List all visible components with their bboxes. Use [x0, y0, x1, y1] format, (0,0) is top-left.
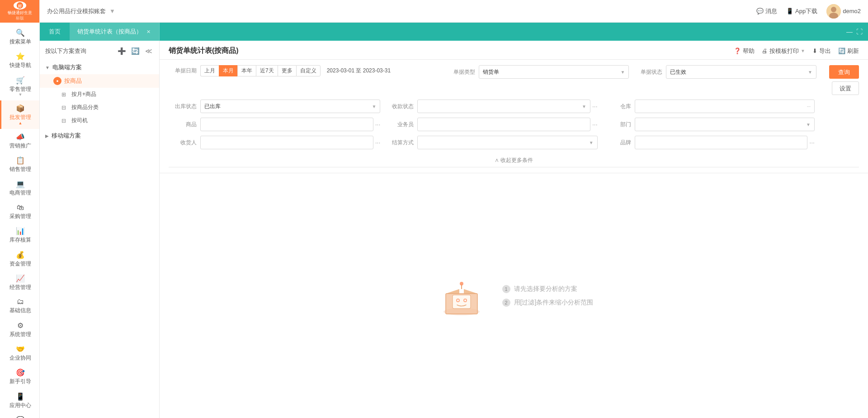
sidebar-item-newbie[interactable]: 🎯 新手引导	[0, 365, 39, 388]
paymentstatus-arrow-icon: ▼	[582, 104, 586, 109]
sidebar-item-inventory[interactable]: 📊 库存核算	[0, 223, 39, 247]
collapse-panel-button[interactable]: ≪	[144, 46, 154, 56]
date-range-value: 2023-03-01 至 2023-03-31	[327, 67, 391, 75]
scheme-group-mobile-header[interactable]: ▶ 移动端方案	[40, 129, 159, 142]
retail-arrow-icon: ▼	[19, 92, 23, 97]
dropdown-arrow-icon[interactable]: ▼	[109, 8, 115, 14]
warehouse-select[interactable]: ···	[635, 100, 815, 113]
sidebar-item-wholesale-label: 批发管理	[9, 114, 31, 120]
sidebar-item-retail-label: 零售管理	[9, 86, 31, 92]
sales-icon: 📋	[16, 156, 25, 165]
export-icon: ⬇	[812, 48, 817, 54]
add-scheme-button[interactable]: ➕	[117, 46, 127, 56]
tab-actions: — ⛶	[841, 23, 868, 41]
filter-row-2: 出库状态 已出库 ▼ 收款状态 ▼ ···	[169, 100, 859, 113]
docstatus-select[interactable]: 已生效 ▼	[666, 65, 816, 79]
help-button[interactable]: ❓ 帮助	[734, 47, 755, 55]
setting-button[interactable]: 设置	[832, 81, 859, 95]
goods-select[interactable]	[200, 118, 373, 131]
date-tab-7days[interactable]: 近7天	[256, 65, 278, 76]
empty-tip-1: 1 请先选择要分析的方案	[502, 285, 594, 293]
scheme-subitem-month-goods[interactable]: ⊞ 按月+商品	[40, 88, 159, 101]
template-print-button[interactable]: 🖨 按模板打印 ▼	[762, 47, 805, 55]
date-tab-this-year[interactable]: 本年	[237, 65, 256, 76]
sidebar-item-operations-label: 经营管理	[9, 284, 31, 290]
sidebar-item-collab-label: 企业协同	[9, 355, 31, 361]
sidebar-item-collab[interactable]: 🤝 企业协同	[0, 341, 39, 365]
empty-state: 1 请先选择要分析的方案 2 用[过滤]条件来缩小分析范围	[160, 173, 868, 418]
scheme-subitem-driver[interactable]: ⊟ 按司机	[40, 114, 159, 127]
left-panel-title: 按以下方案查询	[45, 47, 113, 55]
scheme-item-by-goods-label: 按商品	[64, 77, 82, 85]
tab-home[interactable]: 首页	[40, 23, 70, 41]
settlement-label: 结算方式	[386, 139, 417, 147]
template-print-icon: 🖨	[762, 48, 768, 54]
sidebar-item-retail[interactable]: 🛒 零售管理 ▼	[0, 72, 39, 100]
sidebar-item-quicknav[interactable]: ⭐ 快捷导航	[0, 48, 39, 72]
sidebar-item-weixin[interactable]: 💬 企业微信	[0, 412, 39, 418]
tab-minimize-icon[interactable]: —	[846, 28, 853, 35]
sidebar-item-system[interactable]: ⚙ 系统管理	[0, 318, 39, 341]
goods-dots: ···	[375, 121, 381, 128]
sidebar-item-newbie-label: 新手引导	[9, 378, 31, 385]
sidebar-item-purchase[interactable]: 🛍 采购管理	[0, 200, 39, 223]
sidebar-item-operations[interactable]: 📈 经营管理	[0, 271, 39, 294]
salesperson-select[interactable]	[417, 118, 590, 131]
filter-outstatus-field: 出库状态 已出库 ▼	[169, 100, 380, 113]
app-download-button[interactable]: 📱 App下载	[786, 7, 817, 15]
settlement-select[interactable]: ▼	[417, 136, 597, 149]
tab-close-icon[interactable]: ✕	[145, 28, 152, 35]
salesperson-dots: ···	[592, 121, 598, 128]
query-button[interactable]: 查询	[829, 65, 859, 79]
basics-icon: 🗂	[17, 298, 24, 306]
scheme-item-by-goods[interactable]: ● 按商品	[40, 74, 159, 88]
date-tab-more[interactable]: 更多	[278, 65, 296, 76]
tab-sales-report[interactable]: 销货单统计表（按商品） ✕	[70, 23, 160, 41]
scheme-subitem-goods-category[interactable]: ⊟ 按商品分类	[40, 101, 159, 114]
doctype-select[interactable]: 销货单 ▼	[479, 65, 629, 79]
brand-select[interactable]	[635, 136, 808, 149]
date-tab-this-month[interactable]: 本月	[219, 65, 237, 76]
brand-dots: ···	[809, 139, 815, 146]
scheme-group-mobile: ▶ 移动端方案	[40, 129, 159, 142]
paymentstatus-select[interactable]: ▼	[417, 100, 590, 113]
receiver-select[interactable]	[200, 136, 373, 149]
sidebar-item-appstore[interactable]: 📱 应用中心	[0, 389, 39, 412]
dept-select[interactable]: ▼	[635, 118, 815, 131]
quicknav-icon: ⭐	[16, 52, 25, 61]
empty-tip-2: 2 用[过滤]条件来缩小分析范围	[502, 299, 594, 307]
scheme-icon-text: ●	[56, 79, 58, 83]
month-goods-icon: ⊞	[61, 91, 69, 98]
user-area[interactable]: demo2	[826, 4, 861, 19]
goods-label: 商品	[169, 121, 200, 128]
sidebar-item-ecommerce[interactable]: 💻 电商管理	[0, 176, 39, 200]
left-panel-header: 按以下方案查询 ➕ 🔄 ≪	[40, 46, 159, 61]
ecommerce-icon: 💻	[16, 180, 25, 188]
filter-area: 单据日期 上月 本月 本年 近7天 更多 自定义 2023-03-01 至 20…	[160, 60, 868, 173]
docstatus-arrow-icon: ▼	[808, 70, 812, 75]
export-button[interactable]: ⬇ 导出	[812, 47, 831, 55]
empty-tips: 1 请先选择要分析的方案 2 用[过滤]条件来缩小分析范围	[502, 285, 594, 307]
tab-maximize-icon[interactable]: ⛶	[856, 28, 863, 35]
doctype-value: 销货单	[483, 68, 499, 76]
collapse-bar[interactable]: ∧ 收起更多条件	[169, 154, 859, 167]
main-area: 办公用品行业模拟账套 ▼ 💬 消息 📱 App下载 demo2 首页	[40, 0, 868, 418]
date-tab-custom[interactable]: 自定义	[296, 65, 321, 76]
sidebar-item-search[interactable]: 🔍 搜索菜单	[0, 25, 39, 48]
refresh-button[interactable]: 🔄 刷新	[838, 47, 859, 55]
scheme-group-desktop-header[interactable]: ▼ 电脑端方案	[40, 61, 159, 74]
filter-doctype-field: 单据类型 销货单 ▼	[447, 65, 629, 79]
sidebar-item-sales[interactable]: 📋 销售管理	[0, 152, 39, 176]
empty-content: 1 请先选择要分析的方案 2 用[过滤]条件来缩小分析范围	[434, 269, 594, 323]
outstatus-select[interactable]: 已出库 ▼	[200, 100, 380, 113]
refresh-scheme-button[interactable]: 🔄	[130, 46, 140, 56]
sidebar-item-wholesale[interactable]: 📦 批发管理 ▲	[0, 100, 39, 128]
sidebar-item-basics[interactable]: 🗂 基础信息	[0, 294, 39, 317]
message-button[interactable]: 💬 消息	[756, 7, 777, 15]
sidebar-item-finance[interactable]: 💰 资金管理	[0, 247, 39, 271]
sidebar-item-marketing[interactable]: 📣 营销推广	[0, 129, 39, 152]
sidebar-item-sales-label: 销售管理	[9, 166, 31, 172]
outstatus-arrow-icon: ▼	[372, 104, 376, 109]
date-tab-last-month[interactable]: 上月	[200, 65, 219, 76]
filter-row-1: 单据日期 上月 本月 本年 近7天 更多 自定义 2023-03-01 至 20…	[169, 65, 859, 95]
